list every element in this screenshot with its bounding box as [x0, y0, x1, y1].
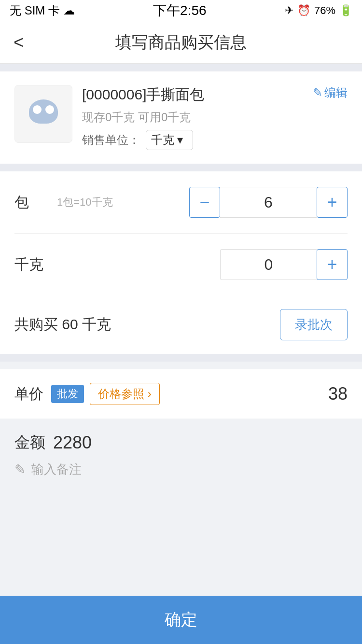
- status-bar: 无 SIM 卡 ☁ 下午2:56 ✈ ⏰ 76% 🔋: [0, 0, 362, 21]
- amount-label: 金额: [14, 432, 45, 453]
- confirm-bar[interactable]: 确定: [0, 596, 362, 644]
- alarm-icon: ⏰: [297, 4, 310, 17]
- pencil-icon: ✎: [14, 462, 26, 477]
- battery-icon: 🔋: [339, 4, 352, 17]
- edit-label: 编辑: [324, 85, 348, 100]
- batch-button[interactable]: 录批次: [280, 309, 348, 340]
- unit-label: 销售单位：: [82, 132, 140, 148]
- bag-plus-button[interactable]: +: [317, 187, 348, 218]
- amount-section: 金额 2280 ✎ 输入备注: [0, 419, 362, 486]
- bag-controls: − +: [189, 187, 348, 218]
- product-image: [24, 99, 63, 128]
- remark-placeholder: 输入备注: [31, 461, 82, 478]
- quantity-section: 包 1包=10千克 − + 千克 +: [0, 171, 362, 295]
- total-text: 共购买 60 千克: [14, 315, 111, 335]
- confirm-button-label: 确定: [165, 609, 197, 631]
- quantity-kg-row: 千克 +: [14, 234, 348, 295]
- edit-icon: ✎: [313, 86, 322, 99]
- top-divider: [0, 64, 362, 71]
- bag-label: 包: [14, 193, 53, 212]
- product-info: [0000006]手撕面包 ✎ 编辑 现存0千克 可用0千克 销售单位： 千克 …: [82, 85, 348, 150]
- product-card: [0000006]手撕面包 ✎ 编辑 现存0千克 可用0千克 销售单位： 千克 …: [0, 71, 362, 164]
- unit-select[interactable]: 千克 ▾: [146, 130, 193, 150]
- bag-hint: 1包=10千克: [57, 195, 189, 210]
- bag-minus-button[interactable]: −: [189, 187, 220, 218]
- price-type-tag: 批发: [51, 385, 84, 403]
- price-ref-label: 价格参照 ›: [98, 386, 152, 402]
- location-icon: ✈: [285, 4, 293, 17]
- mid-divider-2: [0, 354, 362, 362]
- quantity-bag-row: 包 1包=10千克 − +: [14, 171, 348, 234]
- bag-quantity-input[interactable]: [220, 187, 317, 218]
- kg-label: 千克: [14, 255, 53, 275]
- price-label: 单价: [14, 384, 43, 404]
- amount-value: 2280: [53, 433, 92, 453]
- kg-plus-button[interactable]: +: [317, 249, 348, 280]
- remark-row[interactable]: ✎ 输入备注: [14, 461, 348, 478]
- status-time: 下午2:56: [153, 1, 207, 20]
- back-button[interactable]: <: [14, 32, 24, 53]
- owl-logo-icon: [29, 99, 58, 124]
- amount-row: 金额 2280: [14, 432, 348, 453]
- kg-quantity-input[interactable]: [220, 249, 317, 280]
- chevron-down-icon: ▾: [177, 133, 183, 147]
- product-unit-row: 销售单位： 千克 ▾: [82, 130, 348, 150]
- status-right: ✈ ⏰ 76% 🔋: [285, 4, 352, 17]
- unit-value: 千克: [151, 132, 174, 148]
- nav-bar: < 填写商品购买信息: [0, 21, 362, 64]
- total-row: 共购买 60 千克 录批次: [0, 295, 362, 354]
- price-value: 38: [328, 384, 348, 404]
- price-reference-button[interactable]: 价格参照 ›: [90, 383, 160, 405]
- kg-controls: +: [220, 249, 348, 280]
- product-stock: 现存0千克 可用0千克: [82, 110, 348, 125]
- back-icon: <: [14, 32, 24, 52]
- status-left: 无 SIM 卡 ☁: [10, 3, 75, 18]
- product-thumbnail: [14, 85, 72, 143]
- page-title: 填写商品购买信息: [115, 31, 247, 54]
- mid-divider-1: [0, 164, 362, 171]
- battery-level: 76%: [314, 4, 335, 17]
- sim-status: 无 SIM 卡 ☁: [10, 3, 75, 18]
- edit-button[interactable]: ✎ 编辑: [313, 85, 348, 100]
- product-name: [0000006]手撕面包: [82, 85, 204, 105]
- price-section: 单价 批发 价格参照 › 38: [0, 369, 362, 419]
